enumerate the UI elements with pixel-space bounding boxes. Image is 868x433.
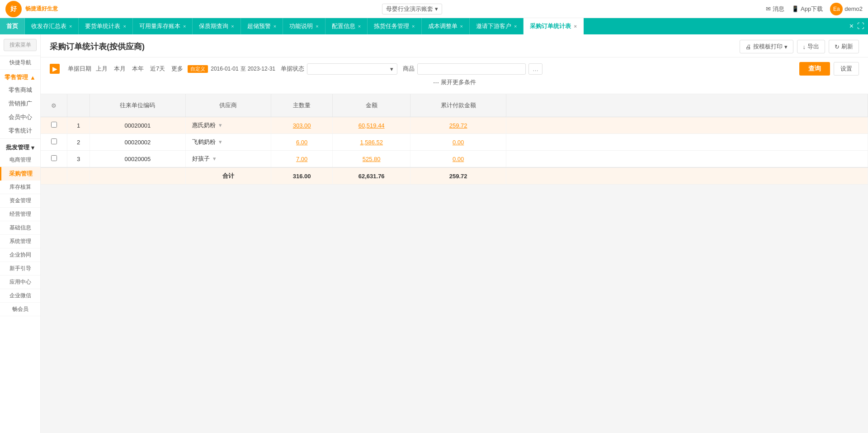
table-row[interactable]: 1 00020001 惠氏奶粉 ▾ 303.00 60,519.44 259.7… — [41, 117, 868, 134]
sidebar-item-operations[interactable]: 经营管理 — [0, 208, 40, 221]
query-btn[interactable]: 查询 — [799, 62, 830, 76]
sidebar-item-basics[interactable]: 基础信息 — [0, 221, 40, 235]
expand-more-btn[interactable]: ⋯ 展开更多条件 — [50, 76, 859, 89]
tab-jianhuo[interactable]: 拣货任务管理 × — [368, 18, 421, 34]
export-btn[interactable]: ↓ 导出 — [797, 40, 826, 53]
sidebar-item-finance[interactable]: 资金管理 — [0, 194, 40, 208]
col-idx — [67, 94, 90, 117]
row-checkbox[interactable] — [51, 122, 57, 128]
tab-shoufacun[interactable]: 收发存汇总表 × — [25, 18, 79, 34]
close-icon[interactable]: × — [358, 24, 361, 29]
sidebar-item-guide[interactable]: 新手引导 — [0, 262, 40, 276]
close-icon[interactable]: × — [274, 24, 276, 29]
row-paid[interactable]: 0.00 — [410, 134, 506, 151]
chevron-down-icon: ▾ — [784, 43, 788, 50]
print-icon: 🖨 — [745, 43, 751, 50]
goods-input[interactable] — [417, 63, 526, 75]
close-icon[interactable]: × — [460, 24, 463, 29]
message-icon: ✉ — [766, 5, 771, 12]
sidebar-item-inventory[interactable]: 库存核算 — [0, 181, 40, 194]
tab-gongneng[interactable]: 功能说明 × — [283, 18, 325, 34]
sidebar-item-ecommerce[interactable]: 电商管理 — [0, 153, 40, 167]
table-row[interactable]: 2 00020002 飞鹤奶粉 ▾ 6.00 1,586.52 0.00 — [41, 134, 868, 151]
ellipsis-btn[interactable]: … — [528, 63, 542, 75]
sidebar-item-system[interactable]: 系统管理 — [0, 235, 40, 248]
filter-status-item: 单据状态 ▾ — [281, 63, 397, 75]
refresh-btn[interactable]: ↻ 刷新 — [829, 40, 859, 53]
row-supplier-name: 好孩子 ▾ — [185, 151, 271, 168]
table-footer: 合计 316.00 62,631.76 259.72 — [41, 167, 868, 185]
row-checkbox[interactable] — [51, 155, 57, 161]
tab-baozhiqi[interactable]: 保质期查询 × — [193, 18, 241, 34]
row-amount[interactable]: 525.80 — [333, 151, 410, 168]
close-icon[interactable]: × — [123, 24, 126, 29]
sidebar-item-retail-shop[interactable]: 零售商城 — [0, 83, 40, 97]
expand-sub-icon[interactable]: ▾ — [219, 138, 222, 145]
nav-close-btn[interactable]: × — [849, 22, 854, 30]
tab-yaoqing[interactable]: 邀请下游客户 × — [470, 18, 524, 34]
row-qty[interactable]: 6.00 — [271, 134, 333, 151]
close-icon[interactable]: × — [183, 24, 186, 29]
sidebar-item-vip[interactable]: 畅会员 — [0, 303, 40, 316]
user-area[interactable]: Ea demo2 — [830, 3, 863, 15]
date-custom-badge[interactable]: 自定义 — [188, 65, 208, 73]
tab-caigou-active[interactable]: 采购订单统计表 × — [524, 18, 583, 34]
table-row[interactable]: 3 00020005 好孩子 ▾ 7.00 525.80 0.00 — [41, 151, 868, 168]
tab-chaochuyujing[interactable]: 超储预警 × — [241, 18, 283, 34]
tab-yaohuo[interactable]: 要货单统计表 × — [79, 18, 132, 34]
close-icon[interactable]: × — [316, 24, 318, 29]
tab-chengben[interactable]: 成本调整单 × — [422, 18, 470, 34]
sidebar-item-collab[interactable]: 企业协同 — [0, 248, 40, 262]
table-body: 1 00020001 惠氏奶粉 ▾ 303.00 60,519.44 259.7… — [41, 117, 868, 168]
sidebar-item-purchase[interactable]: 采购管理 — [0, 167, 40, 181]
print-btn[interactable]: 🖨 按模板打印 ▾ — [740, 40, 793, 53]
close-icon[interactable]: × — [412, 24, 415, 29]
filter-toggle-btn[interactable]: ▶ — [50, 64, 60, 74]
tab-home[interactable]: 首页 — [0, 18, 25, 34]
close-icon[interactable]: × — [574, 24, 576, 29]
top-bar: 好 畅捷通好生意 母婴行业演示账套 ▾ ✉ 消息 📱 App下载 Ea demo… — [0, 0, 868, 18]
sidebar-item-wechat[interactable]: 企业微信 — [0, 289, 40, 303]
tab-keyong[interactable]: 可用量库存账本 × — [133, 18, 193, 34]
close-icon[interactable]: × — [514, 24, 517, 29]
date-opt-more[interactable]: 更多 — [170, 64, 185, 74]
action-btns: 查询 设置 — [799, 62, 859, 76]
sidebar-item-quicknav[interactable]: 快捷导航 — [0, 56, 40, 70]
app-download-btn[interactable]: 📱 App下载 — [792, 5, 823, 13]
sidebar-item-apps[interactable]: 应用中心 — [0, 276, 40, 289]
row-amount[interactable]: 1,586.52 — [333, 134, 410, 151]
date-opt-thisyear[interactable]: 本年 — [130, 64, 146, 74]
sidebar-item-retail[interactable]: 零售管理 ▲ — [0, 70, 40, 83]
export-icon: ↓ — [803, 43, 806, 50]
tab-peizhi[interactable]: 配置信息 × — [326, 18, 368, 34]
search-menu-input[interactable]: 搜索菜单 — [4, 39, 37, 51]
row-checkbox[interactable] — [51, 138, 57, 144]
message-btn[interactable]: ✉ 消息 — [766, 5, 784, 13]
date-opt-7days[interactable]: 近7天 — [148, 64, 167, 74]
sidebar-item-retail-stats[interactable]: 零售统计 — [0, 124, 40, 138]
company-select[interactable]: 母婴行业演示账套 ▾ — [382, 4, 442, 14]
row-supplier-name: 惠氏奶粉 ▾ — [185, 117, 271, 134]
nav-expand-btn[interactable]: ⛶ — [857, 22, 864, 30]
status-select[interactable]: ▾ — [307, 63, 397, 75]
expand-sub-icon[interactable]: ▾ — [213, 155, 216, 162]
row-paid[interactable]: 259.72 — [410, 117, 506, 134]
page-title: 采购订单统计表(按供应商) — [50, 41, 145, 52]
page-header: 采购订单统计表(按供应商) 🖨 按模板打印 ▾ ↓ 导出 ↻ 刷新 — [41, 34, 868, 57]
sidebar-item-members[interactable]: 会员中心 — [0, 110, 40, 124]
sidebar-item-wholesale[interactable]: 批发管理 ▾ — [0, 140, 40, 153]
row-amount[interactable]: 60,519.44 — [333, 117, 410, 134]
row-qty[interactable]: 303.00 — [271, 117, 333, 134]
date-opt-lastmonth[interactable]: 上月 — [94, 64, 109, 74]
col-settings-btn[interactable]: ⚙ — [47, 99, 61, 112]
settings-btn[interactable]: 设置 — [834, 62, 859, 76]
row-paid[interactable]: 0.00 — [410, 151, 506, 168]
expand-sub-icon[interactable]: ▾ — [219, 122, 222, 128]
header-row: ⚙ 往来单位编码 供应商 主数量 金额 累计付款金额 — [41, 94, 868, 117]
date-opt-thismonth[interactable]: 本月 — [112, 64, 127, 74]
row-qty[interactable]: 7.00 — [271, 151, 333, 168]
sidebar-item-marketing[interactable]: 营销推广 — [0, 97, 40, 110]
close-icon[interactable]: × — [231, 24, 234, 29]
filter-bar: ▶ 单据日期 上月 本月 本年 近7天 更多 自定义 2016-01-01 至 — [41, 57, 868, 94]
close-icon[interactable]: × — [69, 24, 72, 29]
